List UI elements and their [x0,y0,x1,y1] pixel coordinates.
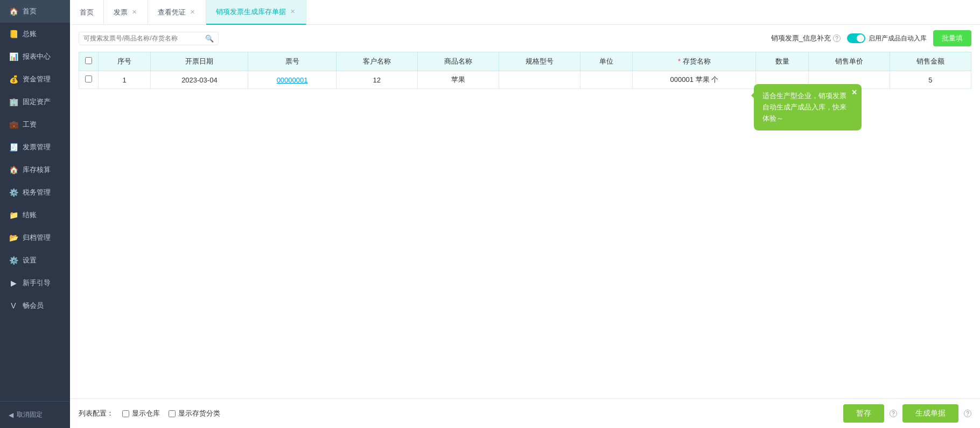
sidebar-item-label: 结账 [23,210,37,220]
tab-cancel-invoice-label: 销项发票生成库存单据 [216,7,286,17]
info-help-icon[interactable]: ? [833,34,841,42]
sidebar-item-label: 报表中心 [23,52,51,61]
th-unit-price: 销售单价 [808,52,890,71]
table-header-row: 序号 开票日期 票号 客户名称 商品名称 规格型号 单位 存货名称 数量 销售单… [79,52,971,71]
toggle-wrap: 启用产成品自动入库 [847,33,927,43]
bottom-bar: 列表配置： 显示仓库 显示存货分类 暂存 ? 生成单据 ? [70,398,980,428]
save-button[interactable]: 暂存 [843,404,884,423]
batch-fill-button[interactable]: 批量填 [933,30,971,46]
th-number: 票号 [248,52,336,71]
config-label: 列表配置： [79,409,114,418]
row-checkbox[interactable] [85,75,92,82]
show-warehouse-text: 显示仓库 [132,409,160,418]
sidebar-item-settings[interactable]: ⚙️ 设置 [0,249,70,272]
tab-home[interactable]: 首页 [70,0,104,25]
closing-icon: 📁 [9,211,18,219]
th-customer: 客户名称 [336,52,417,71]
unpin-label: 取消固定 [17,410,43,419]
generate-button[interactable]: 生成单据 [902,404,958,423]
unpin-button[interactable]: ◀ 取消固定 [0,406,70,424]
tab-cancel-invoice[interactable]: 销项发票生成库存单据 ✕ [206,0,306,25]
funds-icon: 💰 [9,75,18,84]
sidebar-item-vip[interactable]: V 畅会员 [0,294,70,317]
row-amount: 5 [890,71,971,89]
tab-home-label: 首页 [80,8,94,17]
tooltip-close-button[interactable]: ✕ [851,87,857,99]
toggle-knob [857,34,864,42]
sidebar-item-payroll[interactable]: 💼 工资 [0,113,70,136]
row-seq: 1 [99,71,151,89]
th-date: 开票日期 [151,52,248,71]
reports-icon: 📊 [9,52,18,61]
pin-icon: ◀ [9,411,13,419]
tooltip-bubble: ✕ 适合生产型企业，销项发票自动生成产成品入库，快来体验～ [754,84,862,130]
tab-invoice-label: 发票 [114,8,128,17]
tab-view-voucher-close[interactable]: ✕ [189,8,196,17]
toolbar-right: 销项发票_信息补充 ? 启用产成品自动入库 批量填 [771,30,971,46]
sidebar-item-label: 发票管理 [23,142,51,152]
content-area: 🔍 销项发票_信息补充 ? 启用产成品自动入库 批量填 [70,25,980,428]
show-warehouse-label[interactable]: 显示仓库 [122,409,160,418]
sidebar-item-home[interactable]: 🏠 首页 [0,0,70,23]
sidebar-item-label: 归档管理 [23,233,51,243]
sidebar-item-archive[interactable]: 📂 归档管理 [0,226,70,249]
sidebar-item-invoice-mgmt[interactable]: 🧾 发票管理 [0,136,70,158]
th-unit: 单位 [580,52,633,71]
th-amount: 销售金额 [890,52,971,71]
generate-help-icon[interactable]: ? [964,410,971,417]
tab-view-voucher[interactable]: 查看凭证 ✕ [148,0,206,25]
sidebar-item-label: 工资 [23,120,37,129]
row-number: 00000001 [248,71,336,89]
th-checkbox [79,52,99,71]
info-label-text: 销项发票_信息补充 [771,33,831,43]
sidebar-item-label: 畅会员 [23,301,44,310]
sidebar-item-ledger[interactable]: 📒 总账 [0,23,70,45]
tab-bar: 首页 发票 ✕ 查看凭证 ✕ 销项发票生成库存单据 ✕ [70,0,980,25]
save-help-icon[interactable]: ? [890,410,897,417]
show-warehouse-checkbox[interactable] [122,410,129,417]
toolbar: 🔍 销项发票_信息补充 ? 启用产成品自动入库 批量填 [70,25,980,52]
info-label-wrap: 销项发票_信息补充 ? [771,33,841,43]
assets-icon: 🏢 [9,98,18,106]
settings-icon: ⚙️ [9,256,18,265]
th-spec: 规格型号 [499,52,580,71]
sidebar-item-tax[interactable]: ⚙️ 税务管理 [0,181,70,204]
tax-icon: ⚙️ [9,188,18,197]
search-input[interactable] [83,34,205,42]
main-area: 首页 发票 ✕ 查看凭证 ✕ 销项发票生成库存单据 ✕ 🔍 销项发票_信息补充 [70,0,980,428]
show-category-checkbox[interactable] [169,410,176,417]
toggle-label: 启用产成品自动入库 [869,34,927,43]
payroll-icon: 💼 [9,120,18,129]
row-checkbox-cell [79,71,99,89]
tab-view-voucher-label: 查看凭证 [158,8,186,17]
tab-invoice[interactable]: 发票 ✕ [104,0,148,25]
sidebar-item-label: 设置 [23,256,37,265]
sidebar-item-label: 税务管理 [23,188,51,197]
sidebar-item-reports[interactable]: 📊 报表中心 [0,45,70,68]
sidebar-item-label: 新手引导 [23,278,51,288]
row-date: 2023-03-04 [151,71,248,89]
auto-inbound-toggle[interactable] [847,33,865,43]
sidebar-item-label: 固定资产 [23,97,51,107]
search-box[interactable]: 🔍 [79,32,219,45]
vip-icon: V [9,301,18,310]
sidebar-item-closing[interactable]: 📁 结账 [0,204,70,226]
sidebar-item-assets[interactable]: 🏢 固定资产 [0,91,70,113]
bottom-actions: 暂存 ? 生成单据 ? [843,404,971,423]
sidebar-item-funds[interactable]: 💰 资金管理 [0,68,70,91]
sidebar: 🏠 首页 📒 总账 📊 报表中心 💰 资金管理 🏢 固定资产 💼 工资 🧾 发票… [0,0,70,428]
show-category-label[interactable]: 显示存货分类 [169,409,220,418]
row-customer: 12 [336,71,417,89]
main-table: 序号 开票日期 票号 客户名称 商品名称 规格型号 单位 存货名称 数量 销售单… [79,52,971,89]
tab-cancel-invoice-close[interactable]: ✕ [289,7,296,16]
ledger-icon: 📒 [9,30,18,38]
tab-invoice-close[interactable]: ✕ [131,8,138,17]
th-inventory: 存货名称 [633,52,756,71]
sidebar-item-inventory[interactable]: 🏠 库存核算 [0,158,70,181]
th-quantity: 数量 [756,52,808,71]
sidebar-item-guide[interactable]: ▶ 新手引导 [0,272,70,294]
sidebar-item-label: 库存核算 [23,165,51,175]
row-unit [580,71,633,89]
show-category-text: 显示存货分类 [178,409,220,418]
select-all-checkbox[interactable] [85,57,92,64]
